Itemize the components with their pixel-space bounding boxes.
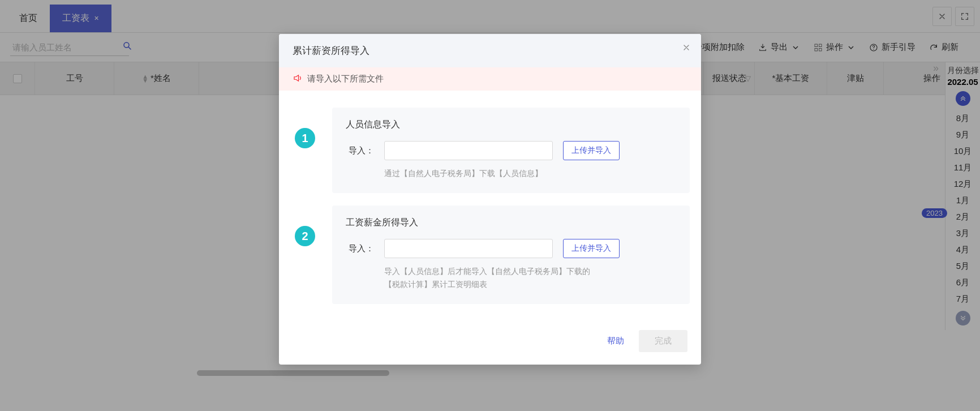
modal-header: 累计薪资所得导入 — [279, 34, 701, 67]
modal-footer: 帮助 完成 — [279, 322, 701, 365]
step-1-upload-button[interactable]: 上传并导入 — [563, 141, 620, 160]
modal-body: 1 人员信息导入 导入： 上传并导入 通过【自然人电子税务局】下载【人员信息】 … — [279, 91, 701, 322]
modal-close-button[interactable] — [682, 43, 691, 55]
modal-alert: 请导入以下所需文件 — [279, 67, 701, 91]
step-2-hint: 导入【人员信息】后才能导入【自然人电子税务局】下载的【税款计算】累计工资明细表 — [384, 265, 599, 290]
step-2-title: 工资薪金所得导入 — [346, 217, 676, 229]
step-1: 1 人员信息导入 导入： 上传并导入 通过【自然人电子税务局】下载【人员信息】 — [290, 108, 690, 193]
step-2-upload-button[interactable]: 上传并导入 — [563, 239, 620, 258]
help-link[interactable]: 帮助 — [607, 336, 624, 346]
step-1-label: 导入： — [346, 145, 374, 156]
step-1-badge: 1 — [295, 128, 315, 148]
step-2-file-input[interactable] — [384, 239, 553, 258]
step-1-file-input[interactable] — [384, 141, 553, 160]
step-2-label: 导入： — [346, 243, 374, 254]
import-modal: 累计薪资所得导入 请导入以下所需文件 1 人员信息导入 导入： 上传并导入 通过… — [279, 34, 701, 365]
done-button[interactable]: 完成 — [639, 330, 687, 352]
step-2-badge: 2 — [295, 226, 315, 246]
step-1-hint: 通过【自然人电子税务局】下载【人员信息】 — [384, 167, 599, 179]
horn-icon — [293, 73, 303, 85]
modal-title: 累计薪资所得导入 — [293, 45, 369, 56]
step-1-title: 人员信息导入 — [346, 119, 676, 131]
close-icon — [682, 43, 691, 52]
step-2: 2 工资薪金所得导入 导入： 上传并导入 导入【人员信息】后才能导入【自然人电子… — [290, 206, 690, 304]
modal-alert-text: 请导入以下所需文件 — [307, 74, 384, 84]
